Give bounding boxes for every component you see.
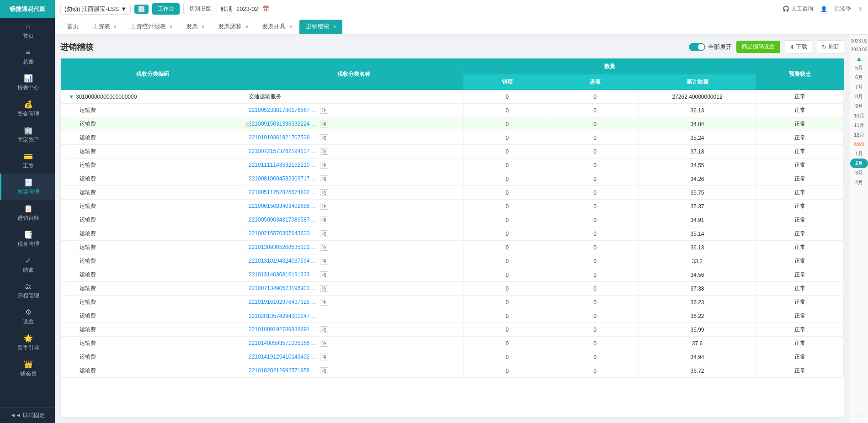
panel-month-11[interactable]: 11月 xyxy=(850,121,868,130)
sidebar-item-label: 工资 xyxy=(23,162,34,170)
item-invoice-cell: 22101820212692571958 ... 吨 xyxy=(244,364,463,378)
item-cumulative-cell: 36.23 xyxy=(639,296,756,309)
sidebar-item-funds[interactable]: 💰 资金管理 xyxy=(0,95,55,122)
item-purchase-cell: 0 xyxy=(551,131,639,145)
sidebar-item-checkout[interactable]: ✓ 结账 xyxy=(0,252,55,278)
item-sales-cell: 0 xyxy=(463,227,551,241)
period-display: 账期 2023-02 📅 xyxy=(221,5,269,13)
settings-button[interactable]: 商品编码设置 xyxy=(736,41,780,53)
item-purchase-cell: 0 xyxy=(551,159,639,172)
period-value: 2023-02 xyxy=(236,5,258,12)
item-cumulative-cell: 35.37 xyxy=(639,200,756,213)
sidebar-item-label: 进销台账 xyxy=(17,214,39,222)
group-code-cell: ▼30100000000000000000 xyxy=(61,90,244,104)
table-row: 运输费 22101309365208535221 ... 吨 0 0 36.13… xyxy=(61,241,844,254)
table-row: ▼30100000000000000000 交通运输服务 0 0 27262.4… xyxy=(61,90,844,104)
sidebar-item-assets[interactable]: 🏢 固定资产 xyxy=(0,122,55,148)
panel-month-2[interactable]: 2月 xyxy=(850,159,868,168)
tab-payroll[interactable]: 工资表 × xyxy=(86,20,123,34)
sidebar-item-invoice[interactable]: 🧾 发票管理 xyxy=(0,174,55,200)
item-cumulative-cell: 34.94 xyxy=(639,350,756,364)
panel-month-4[interactable]: 4月 xyxy=(850,178,868,187)
sidebar-item-label: 首页 xyxy=(23,32,34,40)
item-name-cell: 运输费 xyxy=(61,337,244,350)
tab-invoice-open-close[interactable]: × xyxy=(289,24,292,29)
tab-invoice-calc-label: 发票测算 xyxy=(218,23,242,30)
panel-month-7[interactable]: 7月 xyxy=(850,82,868,92)
item-invoice-cell: 22100615083403402688 ... 吨 xyxy=(244,200,463,213)
download-button[interactable]: ⬇ 下载 xyxy=(785,40,812,53)
sidebar-item-home[interactable]: ⌂ 首页 xyxy=(0,18,55,44)
workspace-button[interactable]: 工作台 xyxy=(152,3,180,15)
tab-invoice-open[interactable]: 发票开具 × xyxy=(256,20,298,34)
item-sales-cell: 0 xyxy=(463,104,551,117)
calendar-icon[interactable]: 📅 xyxy=(262,5,269,12)
switch-version-button[interactable]: 切到旧版 xyxy=(183,3,217,15)
toggle-switch[interactable] xyxy=(689,43,705,51)
item-sales-cell: 0 xyxy=(463,268,551,282)
panel-month-12[interactable]: 12月 xyxy=(850,130,868,140)
sidebar-item-ledger[interactable]: ≡ 总账 xyxy=(0,44,55,69)
tab-payroll-stats-close[interactable]: × xyxy=(170,24,172,29)
sidebar-item-tax[interactable]: 📑 税务管理 xyxy=(0,226,55,252)
invoice-icon: 🧾 xyxy=(24,178,33,187)
support-link[interactable]: 🎧 人工咨询 xyxy=(783,5,813,13)
close-button[interactable]: × xyxy=(858,5,863,13)
expand-icon[interactable]: ▼ xyxy=(69,94,74,100)
panel-month-6[interactable]: 6月 xyxy=(850,73,868,82)
tab-invoice[interactable]: 发票 × xyxy=(180,20,211,34)
expand-toggle[interactable]: 全部展开 xyxy=(689,43,732,51)
table-row: 运输费 22100215570357643633 ... 吨 0 0 35.14… xyxy=(61,227,844,241)
company-name: (勿动) 江西服宝-LSS xyxy=(64,5,119,13)
item-sales-cell: 0 xyxy=(463,364,551,378)
sidebar-item-member[interactable]: 👑 畅会员 xyxy=(0,355,55,381)
panel-month-10[interactable]: 10月 xyxy=(850,111,868,121)
copy-btn[interactable]: ⬜ xyxy=(134,5,149,14)
sidebar-item-settings[interactable]: ⚙ 设置 xyxy=(0,303,55,329)
item-invoice-cell: 22100509034317086587 ... 吨 xyxy=(244,213,463,227)
panel-month-5[interactable]: 5月 xyxy=(850,63,868,73)
item-sales-cell: 0 xyxy=(463,186,551,200)
tab-reconcile-close[interactable]: × xyxy=(333,24,336,29)
table-row: 运输费 22102013574294001247 ... 0 0 36.22 正… xyxy=(61,309,844,323)
sidebar-item-reports[interactable]: 📊 报表中心 xyxy=(0,69,55,95)
tab-invoice-open-label: 发票开具 xyxy=(262,23,286,30)
item-cumulative-cell: 36.13 xyxy=(639,241,756,254)
item-purchase-cell: 0 xyxy=(551,254,639,268)
item-cumulative-cell: 37.18 xyxy=(639,145,756,159)
tab-payroll-close[interactable]: × xyxy=(114,24,117,29)
item-status-cell: 正常 xyxy=(756,200,844,213)
user-name: 徐泾华 xyxy=(835,5,851,13)
panel-month-1[interactable]: 1月 xyxy=(850,149,868,159)
company-selector[interactable]: (勿动) 江西服宝-LSS ▼ xyxy=(60,4,131,15)
item-invoice-cell: 22100511252826674802 ... 吨 xyxy=(244,186,463,200)
unpin-button[interactable]: ◄◄ 取消固定 xyxy=(0,407,55,423)
item-status-cell: 正常 xyxy=(756,254,844,268)
item-name-cell: 运输费 xyxy=(61,268,244,282)
table-row: 运输费 22101408593571035366 ... 吨 0 0 37.6 … xyxy=(61,337,844,350)
item-status-cell: 正常 xyxy=(756,350,844,364)
panel-month-9[interactable]: 9月 xyxy=(850,101,868,111)
sidebar-item-sales-ledger[interactable]: 📋 进销台账 xyxy=(0,200,55,226)
item-sales-cell: 0 xyxy=(463,350,551,364)
sidebar-item-archive[interactable]: 🗂 归档管理 xyxy=(0,278,55,303)
tab-home[interactable]: 首页 xyxy=(60,20,85,34)
tab-invoice-close[interactable]: × xyxy=(202,24,204,29)
sidebar-item-guide[interactable]: 🌟 新手引导 xyxy=(0,329,55,355)
item-sales-cell: 0 xyxy=(463,159,551,172)
item-cumulative-cell: 34.91 xyxy=(639,213,756,227)
tab-reconcile[interactable]: 进销稽核 × xyxy=(299,20,342,34)
period-label: 账期 xyxy=(221,5,233,13)
panel-month-3[interactable]: 3月 xyxy=(850,168,868,178)
tab-payroll-stats[interactable]: 工资统计报表 × xyxy=(124,20,179,34)
item-name-cell: 运输费 xyxy=(61,254,244,268)
panel-up-arrow[interactable]: ▲ xyxy=(855,54,863,63)
tab-invoice-calc-close[interactable]: × xyxy=(245,24,248,29)
item-cumulative-cell: 34.26 xyxy=(639,172,756,186)
sidebar-item-salary[interactable]: 💳 工资 xyxy=(0,148,55,174)
refresh-button[interactable]: ↻ 刷新 xyxy=(817,40,844,53)
panel-month-8[interactable]: 8月 xyxy=(850,92,868,101)
item-name-cell: 运输费 xyxy=(61,200,244,213)
tab-invoice-calc[interactable]: 发票测算 × xyxy=(212,20,255,34)
item-purchase-cell: 0 xyxy=(551,350,639,364)
